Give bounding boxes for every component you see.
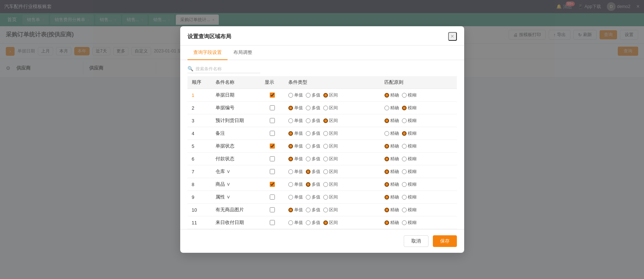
th-name: 条件名称 — [211, 76, 260, 78]
modal-table-wrap: 顺序 条件名称 显示 条件类型 匹配原则 1单据日期单值多值区间精确模糊2单据编… — [180, 76, 464, 78]
th-type: 条件类型 — [284, 76, 380, 78]
modal-tabs: 查询字段设置 布局调整 — [180, 46, 464, 60]
search-icon: 🔍 — [187, 66, 193, 71]
th-match: 匹配原则 — [380, 76, 457, 78]
search-input[interactable] — [195, 66, 254, 71]
search-wrap: 🔍 — [187, 64, 260, 73]
modal-header: 设置查询区域布局 × — [180, 26, 464, 46]
modal-tab-query-fields-label: 查询字段设置 — [193, 50, 222, 55]
modal-overlay: 设置查询区域布局 × 查询字段设置 布局调整 🔍 顺序 — [0, 0, 644, 78]
modal-tab-query-fields[interactable]: 查询字段设置 — [187, 46, 228, 60]
modal-tab-layout-label: 布局调整 — [233, 50, 252, 55]
th-order: 顺序 — [187, 76, 212, 78]
modal-title: 设置查询区域布局 — [187, 33, 231, 40]
modal-close-btn[interactable]: × — [448, 32, 457, 41]
th-display: 显示 — [260, 76, 284, 78]
conditions-table: 顺序 条件名称 显示 条件类型 匹配原则 1单据日期单值多值区间精确模糊2单据编… — [187, 76, 457, 78]
modal-search-area: 🔍 — [180, 60, 464, 76]
modal-tab-layout[interactable]: 布局调整 — [228, 46, 258, 60]
table-header: 顺序 条件名称 显示 条件类型 匹配原则 — [187, 76, 457, 78]
settings-modal: 设置查询区域布局 × 查询字段设置 布局调整 🔍 顺序 — [180, 26, 464, 78]
